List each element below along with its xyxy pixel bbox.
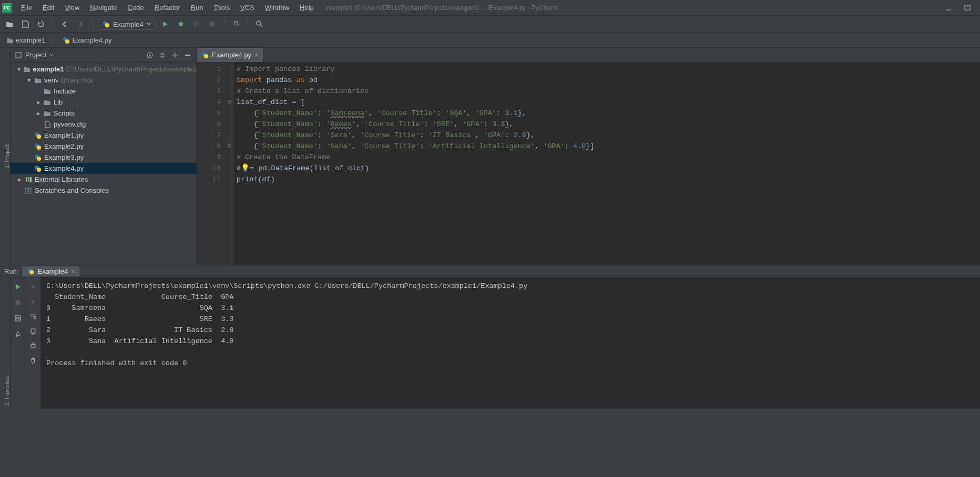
tree-node[interactable]: ▸External Libraries [11, 174, 197, 185]
hide-icon[interactable] [183, 50, 192, 60]
scratch-icon [24, 186, 33, 195]
tree-node[interactable]: ▸Scripts [11, 108, 197, 119]
svg-point-12 [65, 39, 69, 44]
trash-icon[interactable] [27, 354, 39, 367]
tree-node[interactable]: pyvenv.cfg [11, 119, 197, 130]
stop-icon[interactable] [206, 18, 219, 30]
rerun-icon[interactable] [12, 281, 24, 293]
print-icon[interactable] [27, 339, 39, 352]
tree-arrow-icon[interactable]: ▸ [17, 175, 22, 183]
code-editor[interactable]: 1234567891011 ⊟⊡ # Import pandas library… [197, 63, 980, 265]
editor-tab-label: Example4.py [212, 51, 251, 59]
run-config-selector[interactable]: Example4 [98, 19, 156, 30]
folder-icon [6, 37, 14, 44]
pin-icon[interactable] [12, 328, 24, 340]
refresh-icon[interactable] [35, 18, 47, 30]
tree-node[interactable]: ▾example1C:\Users\DELL\PycharmProjects\e… [11, 64, 197, 75]
tree-label: Scratches and Consoles [35, 186, 109, 194]
tree-label: pyvenv.cfg [54, 120, 86, 128]
left-tool-rail-bottom: 2: Favorites [0, 277, 11, 409]
menu-file[interactable]: File [16, 2, 37, 14]
down-icon[interactable] [27, 295, 39, 308]
menu-edit[interactable]: Edit [37, 2, 59, 14]
tree-arrow-icon[interactable]: ▾ [26, 76, 32, 84]
tree-arrow-icon[interactable]: ▸ [36, 98, 41, 106]
tree-label: External Libraries [35, 175, 88, 183]
menu-tools[interactable]: Tools [209, 2, 235, 14]
up-icon[interactable] [27, 281, 39, 293]
menu-view[interactable]: View [59, 2, 85, 14]
tree-node[interactable]: Example1.py [11, 130, 197, 141]
tree-label: Example2.py [44, 142, 84, 150]
svg-point-31 [204, 54, 208, 58]
debug-icon[interactable] [175, 18, 187, 30]
menu-navigate[interactable]: Navigate [85, 2, 122, 14]
save-icon[interactable] [19, 18, 32, 30]
layout-icon[interactable] [12, 312, 24, 325]
chevron-down-icon [147, 22, 151, 26]
menubar: PC FileEditViewNavigateCodeRefactorRunTo… [0, 0, 980, 16]
menu-help[interactable]: Help [294, 2, 319, 14]
code-content[interactable]: # Import pandas libraryimport pandas as … [233, 63, 980, 265]
run-tab[interactable]: Example4 × [23, 266, 79, 276]
menu-refactor[interactable]: Refactor [149, 2, 186, 14]
locate-icon[interactable] [145, 50, 155, 60]
tree-node[interactable]: Scratches and Consoles [11, 185, 197, 196]
svg-rect-36 [15, 319, 21, 321]
forward-icon[interactable] [74, 18, 87, 30]
menu-vcs[interactable]: VCS [235, 2, 260, 14]
chevron-down-icon[interactable] [49, 53, 54, 57]
settings-icon[interactable] [230, 18, 242, 30]
collapse-icon[interactable] [158, 50, 167, 60]
close-icon[interactable]: × [71, 267, 75, 275]
tree-label: Include [54, 87, 76, 95]
menu-run[interactable]: Run [186, 2, 209, 14]
svg-point-23 [37, 157, 41, 161]
breadcrumb-item[interactable]: example1 [3, 35, 48, 45]
editor-tabs: Example4.py × [197, 48, 980, 63]
tree-label: Scripts [54, 109, 75, 117]
svg-line-10 [260, 25, 262, 27]
svg-rect-37 [31, 345, 35, 347]
rail-project[interactable]: 1: Project [4, 51, 10, 262]
tree-node[interactable]: ▸Lib [11, 97, 197, 108]
open-icon[interactable] [3, 18, 16, 30]
console-output[interactable]: C:\Users\DELL\PycharmProjects\example1\v… [41, 277, 980, 409]
tree-node[interactable]: ▾venvlibrary root [11, 75, 197, 86]
project-panel-title: Project [25, 51, 46, 59]
svg-point-15 [149, 54, 151, 56]
folder-icon [34, 76, 42, 85]
rail-favorites[interactable]: 2: Favorites [4, 277, 10, 409]
minimize-button[interactable] [943, 3, 954, 13]
wrap-icon[interactable] [27, 310, 39, 323]
menu-code[interactable]: Code [122, 2, 149, 14]
svg-rect-26 [26, 177, 27, 182]
tree-node[interactable]: Example4.py [11, 163, 197, 174]
tree-arrow-icon[interactable]: ▸ [36, 109, 41, 117]
project-tree[interactable]: ▾example1C:\Users\DELL\PycharmProjects\e… [11, 63, 197, 265]
run-icon[interactable] [159, 18, 171, 30]
editor-tab[interactable]: Example4.py × [197, 48, 263, 62]
search-icon[interactable] [253, 18, 266, 30]
fold-column[interactable]: ⊟⊡ [226, 63, 233, 265]
python-icon [27, 267, 34, 275]
scroll-icon[interactable] [27, 325, 39, 337]
menu-window[interactable]: Window [260, 2, 294, 14]
run-config-label: Example4 [113, 20, 144, 28]
tree-arrow-icon[interactable]: ▾ [17, 65, 21, 73]
breadcrumb-item[interactable]: Example4.py [59, 35, 115, 45]
stop-icon[interactable] [12, 296, 24, 309]
gear-icon[interactable] [170, 50, 180, 60]
maximize-button[interactable] [962, 3, 973, 13]
run-label: Run: [4, 267, 18, 275]
tree-node[interactable]: Example2.py [11, 141, 197, 152]
tree-node[interactable]: Include [11, 86, 197, 97]
py-icon [34, 164, 42, 173]
tree-node[interactable]: Example3.py [11, 152, 197, 163]
svg-point-3 [105, 23, 109, 27]
close-icon[interactable]: × [254, 51, 259, 59]
svg-rect-28 [30, 177, 32, 182]
coverage-icon[interactable] [190, 18, 203, 30]
run-toolbar-right [25, 277, 41, 409]
back-icon[interactable] [58, 18, 71, 30]
